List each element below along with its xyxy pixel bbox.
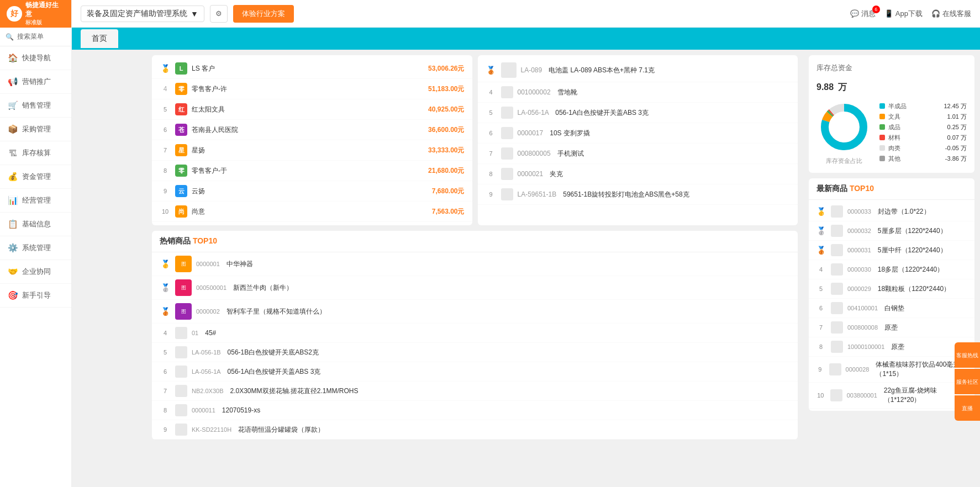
gold-medal-icon: 🥇 <box>160 63 171 74</box>
sidebar: 好 畅捷通好生意 标准版 🔍 搜索菜单 🏠 快捷导航 📢 营销推广 🛒 销售管理… <box>0 0 72 487</box>
customer-avatar: 云 <box>175 185 187 197</box>
online-service-btn[interactable]: 🎧 在线客服 <box>931 9 971 19</box>
rank-num: 5 <box>486 109 497 116</box>
product-thumb <box>501 107 513 119</box>
float-live-btn[interactable]: 直播 <box>955 395 980 421</box>
rank-num: 7 <box>486 150 497 157</box>
hot-product-item: 8 0000011 12070519-xs <box>152 401 798 420</box>
rank-num: 6 <box>160 368 171 375</box>
sidebar-item-operations[interactable]: 📊 经营管理 <box>0 189 71 213</box>
product-thumb <box>501 86 513 98</box>
new-products-title: 最新商品 TOP10 <box>809 178 974 200</box>
product-code: LA-056-1B <box>192 349 221 356</box>
top-header: 装备及固定资产辅助管理系统 ▼ ⚙ 体验行业方案 💬 消息 6 📱 App下载 … <box>72 0 980 28</box>
customer-rank-list: 🥇 L LS 客户 53,006.26元 4 零 零售客户-许 51,183.0… <box>152 55 472 225</box>
product-sale-rank-item: 6 0000017 10S 变刹罗撬 <box>478 123 798 144</box>
message-badge: 6 <box>872 6 880 13</box>
product-sale-rank-item: 9 LA-59651-1B 59651-1B旋转投影灯电池盒ABS黑色+58克 <box>478 184 798 205</box>
sidebar-item-purchase[interactable]: 📦 采购管理 <box>0 118 71 141</box>
hot-product-item: 4 01 45# <box>152 324 798 343</box>
money-icon: 💰 <box>8 172 18 182</box>
trial-button[interactable]: 体验行业方案 <box>233 5 294 23</box>
legend-item-other: 其他 -3.86 万 <box>879 155 967 163</box>
product-thumbnail <box>175 366 187 378</box>
tab-home[interactable]: 首页 <box>81 29 118 48</box>
np-code: 003800001 <box>847 392 877 399</box>
sidebar-item-cooperation[interactable]: 🤝 企业协同 <box>0 260 71 284</box>
sidebar-item-label: 企业协同 <box>22 267 51 277</box>
chart-icon: 📊 <box>8 195 18 205</box>
info-icon: 📋 <box>8 219 18 229</box>
float-service-btn[interactable]: 客服热线 <box>955 342 980 368</box>
sidebar-item-finance[interactable]: 💰 资金管理 <box>0 165 71 189</box>
legend-color-dot <box>879 156 885 161</box>
logo-icon: 好 <box>7 6 22 22</box>
np-name: 原垄 <box>884 323 898 332</box>
inventory-legend: 半成品 12.45 万 文具 1.01 万 成品 0.25 万 <box>879 102 967 163</box>
np-name: 18多层（1220*2440） <box>878 265 944 274</box>
product-code: 0000002 <box>196 308 220 315</box>
product-code: LA-056-1A <box>192 368 221 375</box>
sidebar-item-label: 资金管理 <box>22 172 51 182</box>
customer-value: 36,600.00元 <box>428 125 464 135</box>
sidebar-item-guide[interactable]: 🎯 新手引导 <box>0 284 71 308</box>
sidebar-item-quick-nav[interactable]: 🏠 快捷导航 <box>0 46 71 70</box>
new-product-item: 8 10000100001 原垄 <box>809 337 974 357</box>
hot-product-item: 6 LA-056-1A 056-1A白色按键开关盖ABS 3克 <box>152 362 798 382</box>
product-thumb <box>501 147 513 160</box>
hot-products-list: 🥇 图 0000001 中华神器 🥈 图 000500001 新西兰牛肉（新牛）… <box>152 252 798 440</box>
sidebar-item-sales[interactable]: 🛒 销售管理 <box>0 94 71 118</box>
search-menu[interactable]: 🔍 搜索菜单 <box>0 28 71 46</box>
left-space <box>72 50 146 487</box>
system-selector[interactable]: 装备及固定资产辅助管理系统 ▼ <box>81 6 204 22</box>
product-sale-rank-list: 🥉 LA-089 电池盖 LA-089 ABS本色+黑种 7.1克 4 0010… <box>478 55 798 208</box>
product-sale-rank-item: 4 001000002 雪地靴 <box>478 82 798 103</box>
legend-color-dot <box>879 135 885 140</box>
rank-num: 9 <box>160 426 171 433</box>
product-sale-name: 0000021 夹克 <box>518 170 791 179</box>
sidebar-item-marketing[interactable]: 📢 营销推广 <box>0 70 71 94</box>
product-code: 01 <box>192 330 198 336</box>
product-thumb <box>501 188 513 200</box>
new-product-item: 4 0000030 18多层（1220*2440） <box>809 260 974 279</box>
hot-product-item: 5 LA-056-1B 056-1B白色按键开关底ABS2克 <box>152 343 798 362</box>
rank7-icon: 9 <box>160 186 171 197</box>
legend-color-dot <box>879 103 885 109</box>
legend-item-finished: 成品 0.25 万 <box>879 123 967 131</box>
app-download-btn[interactable]: 📱 App下载 <box>884 9 923 19</box>
sidebar-item-basic-info[interactable]: 📋 基础信息 <box>0 213 71 236</box>
product-name: 12070519-xs <box>222 406 260 414</box>
product-sale-name: 001000002 雪地靴 <box>518 88 791 97</box>
np-name: 18颗粒板（1220*2440） <box>878 284 950 294</box>
sidebar-item-system[interactable]: ⚙️ 系统管理 <box>0 236 71 260</box>
new-product-item: 5 0000029 18颗粒板（1220*2440） <box>809 279 974 299</box>
message-btn[interactable]: 💬 消息 6 <box>850 9 876 19</box>
guide-icon: 🎯 <box>8 290 18 300</box>
rank-num: 7 <box>815 324 826 331</box>
customer-rank-item: 10 尚 尚意 7,563.00元 <box>152 202 472 222</box>
np-code: 0000029 <box>847 285 871 292</box>
customer-rank-item: 7 星 星扬 33,333.00元 <box>152 140 472 161</box>
sidebar-item-label: 采购管理 <box>22 124 51 134</box>
settings-button[interactable]: ⚙ <box>210 5 228 23</box>
np-thumb <box>831 205 843 218</box>
product-sale-name: LA-59651-1B 59651-1B旋转投影灯电池盒ABS黑色+58克 <box>518 190 791 199</box>
bronze-medal-icon: 🥉 <box>815 245 826 256</box>
inventory-card: 库存总资金 9.88 万 <box>809 55 974 173</box>
gold-medal-icon: 🥇 <box>160 258 171 269</box>
product-code: 0000001 <box>196 261 220 267</box>
box-icon: 📦 <box>8 124 18 134</box>
inventory-chart: 库存资金占比 半成品 12.45 万 文具 1.01 万 <box>816 99 967 165</box>
product-code: 000500001 <box>196 284 226 291</box>
product-thumbnail <box>175 327 187 339</box>
bronze-medal-icon: 5 <box>160 104 171 115</box>
customer-name: 尚意 <box>192 207 428 216</box>
float-service: 客服热线 服务社区 直播 <box>955 342 980 421</box>
sidebar-item-label: 经营管理 <box>22 195 51 205</box>
rank-num: 10 <box>815 392 826 399</box>
sidebar-item-inventory[interactable]: 🏗 库存核算 <box>0 141 71 165</box>
np-thumb <box>829 363 841 375</box>
customer-value: 40,925.00元 <box>428 105 464 114</box>
settings-icon: ⚙️ <box>8 243 18 253</box>
float-community-btn[interactable]: 服务社区 <box>955 369 980 394</box>
